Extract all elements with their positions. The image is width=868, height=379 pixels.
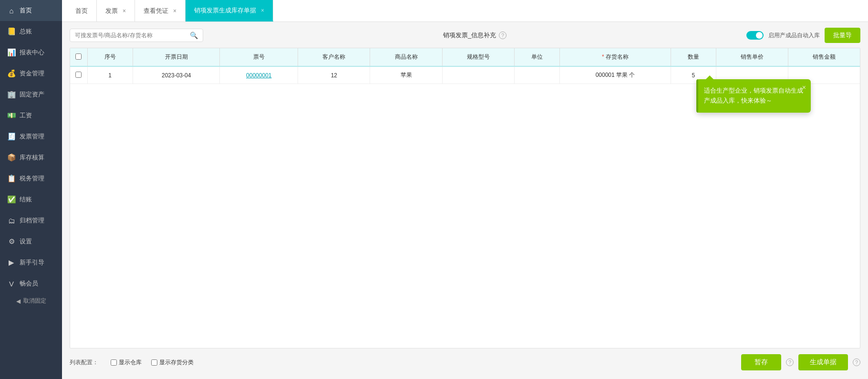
generate-button[interactable]: 生成单据 (798, 354, 848, 370)
settings-icon: ⚙ (7, 237, 16, 246)
tab-generate-close[interactable]: × (261, 7, 264, 14)
inventory-icon: 📦 (7, 153, 16, 162)
sidebar-item-label: 库存核算 (20, 153, 44, 162)
tab-generate-label: 销项发票生成库存单据 (194, 6, 256, 15)
generate-help-icon[interactable]: ? (853, 358, 860, 366)
th-qty: 数量 (671, 48, 716, 66)
sidebar-item-label: 归档管理 (20, 216, 44, 225)
sidebar-item-label: 设置 (20, 237, 32, 246)
unfix-bar[interactable]: ◀ 取消固定 (0, 294, 62, 308)
show-category-item[interactable]: 显示存货分类 (151, 358, 194, 367)
info-icon[interactable]: ? (499, 32, 506, 39)
sidebar-item-invoice[interactable]: 🧾 发票管理 (0, 126, 62, 147)
td-goods: 苹果 (370, 66, 442, 84)
tab-bar: 首页 发票 × 查看凭证 × 销项发票生成库存单据 × (62, 0, 868, 22)
tab-invoice[interactable]: 发票 × (97, 0, 135, 21)
sidebar-item-label: 新手引导 (20, 258, 44, 267)
show-category-label: 显示存货分类 (159, 358, 194, 367)
show-warehouse-item[interactable]: 显示仓库 (111, 358, 142, 367)
td-unit (515, 66, 560, 84)
sidebar-item-settlement[interactable]: ✅ 结账 (0, 189, 62, 210)
toggle-label: 启用产成品自动入库 (768, 32, 820, 40)
vip-icon: V (7, 280, 16, 288)
sidebar-item-vip[interactable]: V 畅会员 (0, 273, 62, 294)
content-area: 🔍 销项发票_信息补充 ? 启用产成品自动入库 批量导 (62, 22, 868, 379)
sidebar-item-guide[interactable]: ▶ 新手引导 (0, 252, 62, 273)
sidebar-item-label: 报表中心 (20, 48, 44, 57)
sidebar-item-label: 资金管理 (20, 69, 44, 78)
search-input[interactable] (75, 32, 187, 39)
tax-icon: 📋 (7, 174, 16, 183)
tab-generate[interactable]: 销项发票生成库存单据 × (186, 0, 273, 21)
sidebar-item-ledger[interactable]: 📒 总账 (0, 21, 62, 42)
funds-icon: 💰 (7, 69, 16, 78)
sidebar-item-archive[interactable]: 🗂 归档管理 (0, 210, 62, 231)
row-checkbox[interactable] (75, 72, 82, 78)
main-table: 序号 开票日期 票号 客户名称 商品名称 规格型号 单位 * 存货名称 数量 销… (70, 48, 860, 84)
th-amount: 销售金额 (788, 48, 860, 66)
sidebar-item-tax[interactable]: 📋 税务管理 (0, 168, 62, 189)
tab-voucher-close[interactable]: × (173, 8, 176, 14)
invoice-number-link[interactable]: 00000001 (246, 72, 271, 79)
sidebar-item-inventory[interactable]: 📦 库存核算 (0, 147, 62, 168)
auto-warehouse-toggle[interactable] (746, 31, 764, 40)
td-seq: 1 (87, 66, 133, 84)
search-box[interactable]: 🔍 (70, 29, 203, 42)
settlement-icon: ✅ (7, 195, 16, 204)
th-date: 开票日期 (133, 48, 219, 66)
sidebar-item-label: 畅会员 (20, 279, 38, 288)
show-warehouse-checkbox[interactable] (111, 359, 117, 366)
show-warehouse-label: 显示仓库 (119, 358, 142, 367)
search-icon: 🔍 (190, 32, 198, 39)
tooltip-close-button[interactable]: × (802, 82, 806, 93)
assets-icon: 🏢 (7, 90, 16, 99)
sidebar-item-label: 结账 (20, 195, 32, 204)
sidebar-item-settings[interactable]: ⚙ 设置 (0, 231, 62, 252)
center-info-label: 销项发票_信息补充 (443, 31, 496, 40)
tab-home-label: 首页 (75, 7, 88, 15)
toolbar: 🔍 销项发票_信息补充 ? 启用产成品自动入库 批量导 (70, 28, 860, 43)
td-customer: 12 (298, 66, 370, 84)
archive-icon: 🗂 (7, 217, 16, 225)
tab-voucher-label: 查看凭证 (144, 7, 168, 15)
reports-icon: 📊 (7, 48, 16, 57)
save-help-icon[interactable]: ? (786, 358, 794, 366)
list-config-label: 列表配置： (70, 358, 98, 367)
tooltip-popup: × 适合生产型企业，销项发票自动生成产成品入库，快来体验～ (696, 79, 811, 113)
center-info: 销项发票_信息补充 ? (443, 31, 506, 40)
td-checkbox[interactable] (70, 66, 87, 84)
th-unit-price: 销售单价 (716, 48, 788, 66)
sidebar: ⌂ 首页 📒 总账 📊 报表中心 💰 资金管理 🏢 固定资产 💵 工资 🧾 发票… (0, 0, 62, 379)
th-seq: 序号 (87, 48, 133, 66)
sidebar-item-label: 税务管理 (20, 174, 44, 183)
toggle-knob (756, 32, 763, 39)
guide-icon: ▶ (7, 258, 16, 267)
sidebar-item-label: 总账 (20, 27, 32, 36)
sidebar-item-payroll[interactable]: 💵 工资 (0, 105, 62, 126)
bottom-actions: 暂存 ? 生成单据 ? (741, 354, 860, 370)
sidebar-item-funds[interactable]: 💰 资金管理 (0, 63, 62, 84)
home-icon: ⌂ (7, 7, 16, 15)
sidebar-item-assets[interactable]: 🏢 固定资产 (0, 84, 62, 105)
sidebar-item-label: 工资 (20, 111, 32, 120)
td-number[interactable]: 00000001 (220, 66, 298, 84)
save-button[interactable]: 暂存 (741, 354, 781, 370)
batch-import-button[interactable]: 批量导 (825, 28, 860, 43)
sidebar-item-home[interactable]: ⌂ 首页 (0, 0, 62, 21)
bottom-bar: 列表配置： 显示仓库 显示存货分类 暂存 ? 生成单据 ? (70, 348, 860, 373)
th-customer: 客户名称 (298, 48, 370, 66)
td-spec (442, 66, 514, 84)
tab-home[interactable]: 首页 (67, 0, 97, 21)
tooltip-bar (696, 79, 698, 113)
tab-invoice-label: 发票 (105, 7, 118, 15)
tab-voucher[interactable]: 查看凭证 × (135, 0, 186, 21)
payroll-icon: 💵 (7, 111, 16, 120)
tab-invoice-close[interactable]: × (123, 8, 126, 14)
unfix-label: 取消固定 (23, 297, 46, 305)
th-checkbox[interactable] (70, 48, 87, 66)
sidebar-item-reports[interactable]: 📊 报表中心 (0, 42, 62, 63)
select-all-checkbox[interactable] (75, 53, 82, 60)
sidebar-item-label: 发票管理 (20, 132, 44, 141)
show-category-checkbox[interactable] (151, 359, 157, 366)
unfix-arrow-icon: ◀ (16, 298, 21, 305)
